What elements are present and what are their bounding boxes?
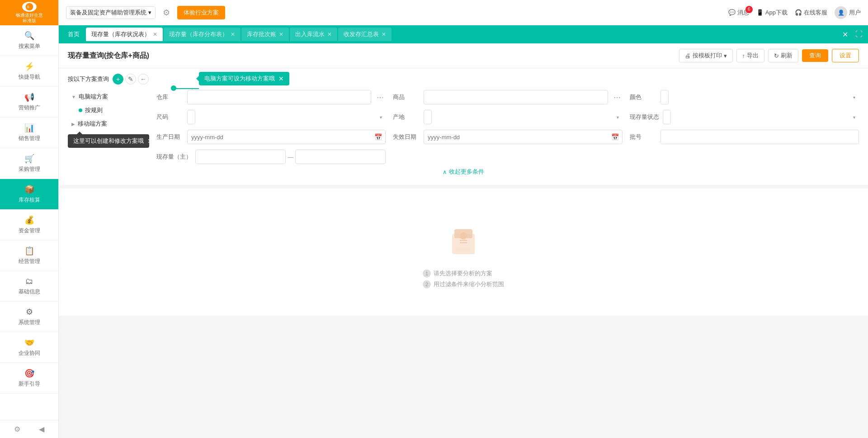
stock-status-select[interactable] bbox=[663, 110, 671, 124]
messages-btn[interactable]: 💬 消息 6 bbox=[728, 9, 749, 17]
tab-batch-ledger[interactable]: 库存批次账 ✕ bbox=[241, 28, 289, 41]
tab-close-inventory-status[interactable]: ✕ bbox=[153, 31, 157, 38]
svg-point-4 bbox=[460, 232, 467, 240]
batch-no-input[interactable] bbox=[660, 130, 859, 144]
add-scheme-btn[interactable]: + bbox=[113, 74, 123, 85]
stock-qty-min[interactable] bbox=[195, 150, 286, 164]
connector-arrow-icon: ← bbox=[190, 85, 197, 93]
page-actions: 🖨 按模板打印 ▾ ↑ 导出 ↻ 刷新 查询 设置 bbox=[679, 49, 859, 62]
print-btn[interactable]: 🖨 按模板打印 ▾ bbox=[679, 49, 733, 62]
filter-row-origin: 产地 ▾ bbox=[393, 110, 622, 124]
refresh-btn[interactable]: ↻ 刷新 bbox=[768, 49, 798, 62]
print-icon: 🖨 bbox=[685, 52, 691, 59]
expiry-date-start[interactable] bbox=[424, 130, 622, 144]
sidebar-item-search[interactable]: 🔍 搜索菜单 bbox=[0, 25, 58, 56]
empty-icon bbox=[441, 216, 486, 262]
scheme-tooltip-text: 电脑方案可设为移动方案哦 bbox=[204, 75, 275, 83]
tab-close-inventory-distribution[interactable]: ✕ bbox=[231, 31, 235, 38]
header-right: 💬 消息 6 📱 App下载 🎧 在线客服 👤 用户 bbox=[728, 6, 861, 19]
tab-close-batch-ledger[interactable]: ✕ bbox=[279, 31, 283, 38]
settings-icon[interactable]: ⚙ bbox=[161, 6, 172, 19]
back-icon: ← bbox=[140, 75, 146, 83]
query-btn[interactable]: 查询 bbox=[802, 49, 828, 62]
edit-tooltip-close[interactable]: ✕ bbox=[147, 137, 153, 145]
collapse-sidebar-icon[interactable]: ◀ bbox=[39, 425, 44, 433]
settings-btn-page[interactable]: 设置 bbox=[832, 49, 859, 62]
sidebar-item-enterprise[interactable]: 🤝 企业协同 bbox=[0, 332, 58, 363]
sidebar-item-system[interactable]: ⚙ 系统管理 bbox=[0, 301, 58, 332]
user-avatar-btn[interactable]: 👤 用户 bbox=[835, 6, 861, 19]
edit-icon: ✎ bbox=[128, 75, 133, 83]
tab-inventory-status[interactable]: 现存量（库存状况表） ✕ bbox=[86, 28, 163, 41]
warehouse-label: 仓库 bbox=[156, 93, 184, 101]
filter-section: 按以下方案查询 + ✎ ← 电脑方案可设为移动方案哦 ✕ bbox=[59, 68, 868, 185]
tip-num-1: 1 bbox=[423, 269, 431, 278]
sidebar-item-inventory[interactable]: 📦 库存核算 bbox=[0, 179, 58, 210]
color-select[interactable] bbox=[660, 90, 669, 104]
stock-qty-range: — bbox=[195, 150, 386, 164]
production-date-start[interactable] bbox=[187, 130, 386, 144]
sidebar: 6 畅通道好生意 标准版 🔍 搜索菜单 ⚡ 快捷导航 📢 营销推广 📊 销售管理… bbox=[0, 0, 59, 438]
size-label: 尺码 bbox=[156, 113, 184, 121]
sidebar-item-guide[interactable]: 🎯 新手引导 bbox=[0, 363, 58, 394]
stock-status-label: 现存量状态 bbox=[630, 113, 659, 121]
origin-select[interactable] bbox=[424, 110, 432, 124]
edit-scheme-btn[interactable]: ✎ bbox=[125, 74, 136, 85]
filter-title: 按以下方案查询 bbox=[68, 75, 109, 83]
warehouse-input[interactable] bbox=[187, 90, 371, 104]
sidebar-item-basic-info[interactable]: 🗂 基础信息 bbox=[0, 271, 58, 301]
main-area: 装备及固定资产辅助管理系统 ▾ ⚙ 体验行业方案 💬 消息 6 📱 App下载 … bbox=[59, 0, 868, 438]
edit-tooltip: 这里可以创建和修改方案哦 ✕ bbox=[68, 134, 149, 148]
sidebar-bottom: ⚙ ◀ bbox=[0, 420, 58, 438]
scheme-item-default[interactable]: 按规则 bbox=[68, 104, 149, 117]
batch-no-label: 批号 bbox=[630, 133, 657, 141]
sidebar-item-sales[interactable]: 📊 销售管理 bbox=[0, 118, 58, 148]
production-date-start-icon[interactable]: 📅 bbox=[374, 133, 382, 141]
sidebar-nav: 🔍 搜索菜单 ⚡ 快捷导航 📢 营销推广 📊 销售管理 🛒 采购管理 📦 库存核… bbox=[0, 25, 58, 420]
logo-text: 畅通道好生意 标准版 bbox=[16, 13, 43, 24]
app-download-btn[interactable]: 📱 App下载 bbox=[756, 9, 788, 17]
color-select-wrapper: ▾ bbox=[660, 90, 859, 104]
tab-receive-summary[interactable]: 收发存汇总表 ✕ bbox=[338, 28, 392, 41]
size-select-wrapper: ▾ bbox=[187, 110, 386, 124]
system-icon: ⚙ bbox=[26, 307, 33, 317]
search-icon: 🔍 bbox=[24, 31, 34, 41]
tab-fullscreen-icon[interactable]: ⛶ bbox=[854, 28, 864, 40]
sidebar-item-purchase[interactable]: 🛒 采购管理 bbox=[0, 148, 58, 179]
system-name-dropdown[interactable]: 装备及固定资产辅助管理系统 ▾ bbox=[66, 6, 156, 19]
page-title: 现存量查询(按仓库+商品) bbox=[68, 51, 149, 61]
size-chevron-icon: ▾ bbox=[380, 115, 382, 120]
sidebar-item-marketing[interactable]: 📢 营销推广 bbox=[0, 87, 58, 118]
scheme-expand-icon: ▼ bbox=[71, 94, 76, 99]
scheme-item-pc[interactable]: ▼ 电脑端方案 bbox=[68, 90, 149, 104]
sidebar-item-finance[interactable]: 💰 资金管理 bbox=[0, 210, 58, 240]
sidebar-item-quick-nav[interactable]: ⚡ 快捷导航 bbox=[0, 56, 58, 87]
expiry-date-start-icon[interactable]: 📅 bbox=[611, 133, 619, 141]
collapse-btn[interactable]: ∧ 收起更多条件 bbox=[68, 164, 859, 179]
tab-close-receive-summary[interactable]: ✕ bbox=[382, 31, 386, 38]
export-btn[interactable]: ↑ 导出 bbox=[736, 49, 765, 62]
scheme-tooltip-close[interactable]: ✕ bbox=[278, 75, 284, 82]
tab-close-all-icon[interactable]: ✕ bbox=[840, 28, 850, 41]
size-select[interactable] bbox=[187, 110, 195, 124]
color-chevron-icon: ▾ bbox=[853, 95, 855, 100]
tab-inventory-distribution[interactable]: 现存量（库存分布表） ✕ bbox=[164, 28, 241, 41]
stock-qty-max[interactable] bbox=[295, 150, 386, 164]
tab-close-in-out-flow[interactable]: ✕ bbox=[327, 31, 332, 38]
tab-home[interactable]: 首页 bbox=[62, 28, 85, 41]
online-support-btn[interactable]: 🎧 在线客服 bbox=[795, 9, 827, 17]
sidebar-item-operations[interactable]: 📋 经营管理 bbox=[0, 240, 58, 271]
back-btn[interactable]: ← bbox=[138, 74, 149, 85]
filter-row-stock-qty: 现存量（主） — bbox=[156, 150, 386, 164]
industry-btn[interactable]: 体验行业方案 bbox=[177, 6, 225, 19]
product-input[interactable] bbox=[424, 90, 608, 104]
warehouse-dots-icon[interactable]: ⋯ bbox=[375, 93, 386, 102]
scheme-item-mobile[interactable]: ▶ 移动端方案 bbox=[68, 117, 149, 131]
empty-tip-2: 2 用过滤条件来缩小分析范围 bbox=[423, 280, 504, 288]
collapse-up-icon: ∧ bbox=[443, 169, 447, 175]
product-dots-icon[interactable]: ⋯ bbox=[612, 93, 623, 102]
filter-row-product: 商品 ⋯ bbox=[393, 90, 622, 104]
filter-fields-grid: 仓库 ⋯ 商品 ⋯ 颜色 ▾ bbox=[156, 90, 859, 164]
tab-in-out-flow[interactable]: 出入库流水 ✕ bbox=[290, 28, 337, 41]
settings-bottom-icon[interactable]: ⚙ bbox=[14, 425, 20, 433]
